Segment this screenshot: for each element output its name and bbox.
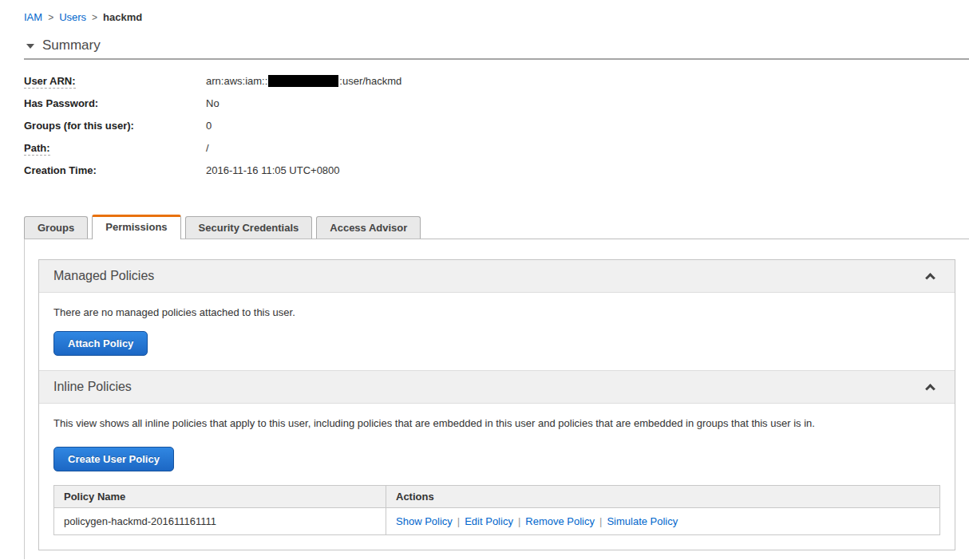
arn-prefix: arn:aws:iam:: bbox=[206, 75, 267, 87]
page: IAM>Users>hackmd Summary User ARN: arn:a… bbox=[24, 0, 969, 559]
column-header-actions: Actions bbox=[386, 486, 940, 508]
inline-policies-body: This view shows all inline policies that… bbox=[39, 404, 955, 550]
attach-policy-button[interactable]: Attach Policy bbox=[53, 331, 148, 356]
table-row: policygen-hackmd-201611161111 Show Polic… bbox=[54, 508, 940, 535]
inline-policies-description: This view shows all inline policies that… bbox=[53, 417, 940, 430]
field-label-groups: Groups (for this user): bbox=[24, 120, 206, 132]
field-row-creation-time: Creation Time: 2016-11-16 11:05 UTC+0800 bbox=[24, 159, 969, 181]
field-label-creation-time: Creation Time: bbox=[24, 164, 206, 176]
managed-policies-header: Managed Policies bbox=[39, 260, 955, 293]
summary-title: Summary bbox=[42, 37, 101, 53]
policy-name-cell: policygen-hackmd-201611161111 bbox=[54, 508, 386, 535]
field-row-user-arn: User ARN: arn:aws:iam:::user/hackmd bbox=[24, 69, 969, 92]
inline-policies-header: Inline Policies bbox=[39, 370, 955, 404]
table-header-row: Policy Name Actions bbox=[54, 486, 940, 508]
action-separator: | bbox=[457, 515, 460, 527]
tab-security-credentials[interactable]: Security Credentials bbox=[185, 216, 313, 239]
managed-policies-body: There are no managed policies attached t… bbox=[39, 293, 955, 370]
field-value-path: / bbox=[206, 142, 209, 154]
simulate-policy-link[interactable]: Simulate Policy bbox=[607, 515, 678, 527]
managed-policies-title: Managed Policies bbox=[53, 269, 154, 282]
tab-permissions[interactable]: Permissions bbox=[92, 215, 180, 239]
field-label-has-password: Has Password: bbox=[24, 97, 206, 109]
arn-suffix: :user/hackmd bbox=[339, 75, 401, 87]
tab-access-advisor[interactable]: Access Advisor bbox=[316, 216, 421, 239]
field-label-user-arn: User ARN: bbox=[24, 75, 206, 87]
edit-policy-link[interactable]: Edit Policy bbox=[465, 515, 513, 527]
breadcrumb-separator: > bbox=[48, 12, 53, 23]
show-policy-link[interactable]: Show Policy bbox=[396, 515, 453, 527]
tab-strip: Groups Permissions Security Credentials … bbox=[24, 215, 969, 239]
field-row-groups: Groups (for this user): 0 bbox=[24, 114, 969, 136]
summary-divider bbox=[24, 58, 969, 60]
field-value-has-password: No bbox=[206, 97, 220, 109]
field-value-creation-time: 2016-11-16 11:05 UTC+0800 bbox=[206, 164, 340, 176]
action-separator: | bbox=[518, 515, 520, 527]
breadcrumb: IAM>Users>hackmd bbox=[24, 0, 969, 23]
chevron-up-icon[interactable] bbox=[925, 273, 935, 283]
inline-policies-table: Policy Name Actions policygen-hackmd-201… bbox=[53, 485, 940, 535]
inline-policies-title: Inline Policies bbox=[53, 380, 132, 393]
summary-fields: User ARN: arn:aws:iam:::user/hackmd Has … bbox=[24, 69, 969, 181]
permissions-tab-panel: Managed Policies There are no managed po… bbox=[24, 239, 969, 559]
policy-actions-cell: Show Policy|Edit Policy|Remove Policy|Si… bbox=[386, 508, 940, 535]
field-value-groups: 0 bbox=[206, 120, 212, 132]
field-row-has-password: Has Password: No bbox=[24, 92, 969, 114]
chevron-up-icon[interactable] bbox=[925, 384, 935, 394]
field-row-path: Path: / bbox=[24, 136, 969, 159]
triangle-down-icon bbox=[26, 44, 34, 49]
column-header-policy-name: Policy Name bbox=[54, 486, 386, 508]
field-value-user-arn: arn:aws:iam:::user/hackmd bbox=[206, 75, 401, 87]
summary-header[interactable]: Summary bbox=[24, 37, 969, 53]
remove-policy-link[interactable]: Remove Policy bbox=[525, 515, 595, 527]
breadcrumb-link-users[interactable]: Users bbox=[59, 11, 86, 23]
create-user-policy-button[interactable]: Create User Policy bbox=[53, 447, 174, 471]
tab-groups[interactable]: Groups bbox=[24, 216, 88, 239]
breadcrumb-link-iam[interactable]: IAM bbox=[24, 11, 42, 23]
breadcrumb-current-user: hackmd bbox=[103, 11, 142, 23]
breadcrumb-separator: > bbox=[92, 12, 97, 23]
policies-sections-box: Managed Policies There are no managed po… bbox=[38, 259, 955, 550]
redacted-account-id bbox=[268, 75, 338, 87]
field-label-path: Path: bbox=[24, 142, 206, 154]
managed-policies-empty-message: There are no managed policies attached t… bbox=[53, 306, 940, 319]
action-separator: | bbox=[599, 515, 602, 527]
